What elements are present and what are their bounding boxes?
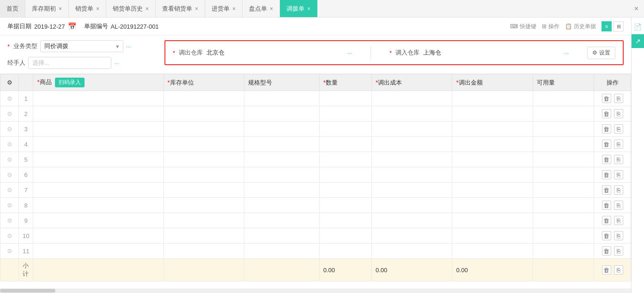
scan-button[interactable]: 扫码录入: [55, 78, 85, 87]
row-amount[interactable]: [452, 137, 533, 152]
tab-sales-order[interactable]: 销货单 ×: [69, 0, 106, 17]
row-cost[interactable]: [371, 91, 452, 106]
row-spec[interactable]: [244, 183, 320, 198]
delete-btn[interactable]: 🗑: [602, 94, 611, 103]
handler-ellipsis[interactable]: ···: [114, 60, 119, 67]
row-unit[interactable]: [164, 106, 244, 122]
tab-transfer[interactable]: 调拨单 ×: [280, 0, 317, 17]
summary-copy-btn[interactable]: ⎘: [614, 265, 623, 275]
tab-stocktake-close[interactable]: ×: [270, 6, 273, 12]
tab-view-sales-close[interactable]: ×: [195, 6, 198, 12]
row-spec[interactable]: [244, 244, 320, 259]
row-available[interactable]: [533, 106, 594, 122]
warehouse-out-ellipsis[interactable]: ···: [347, 49, 352, 56]
calendar-icon[interactable]: 📅: [68, 22, 77, 31]
row-cost[interactable]: [371, 213, 452, 228]
view-grid-icon[interactable]: ⊞: [614, 21, 624, 31]
tab-sales-history[interactable]: 销货单历史 ×: [106, 0, 156, 17]
row-unit[interactable]: [164, 122, 244, 137]
row-spec[interactable]: [244, 213, 320, 228]
delete-btn[interactable]: 🗑: [602, 185, 611, 195]
tab-stock-init-close[interactable]: ×: [59, 6, 62, 12]
tab-stock-init[interactable]: 库存期初 ×: [25, 0, 69, 17]
row-spec[interactable]: [244, 91, 320, 106]
row-quantity[interactable]: [319, 213, 371, 228]
copy-btn[interactable]: ⎘: [614, 155, 623, 164]
sidebar-export-btn[interactable]: ↗: [632, 34, 644, 48]
settings-button[interactable]: ⚙ 设置: [587, 47, 615, 59]
copy-btn[interactable]: ⎘: [614, 185, 623, 195]
row-product[interactable]: [33, 213, 164, 228]
row-unit[interactable]: [164, 228, 244, 244]
row-cost[interactable]: [371, 137, 452, 152]
copy-btn[interactable]: ⎘: [614, 201, 623, 210]
history-btn[interactable]: 📋 历史单据: [565, 23, 596, 31]
row-available[interactable]: [533, 244, 594, 259]
delete-btn[interactable]: 🗑: [602, 140, 611, 149]
row-available[interactable]: [533, 183, 594, 198]
summary-delete-btn[interactable]: 🗑: [602, 265, 611, 275]
tab-bar-close[interactable]: ×: [629, 0, 644, 17]
handler-select[interactable]: 选择...: [28, 57, 111, 69]
row-available[interactable]: [533, 137, 594, 152]
row-available[interactable]: [533, 167, 594, 183]
scrollbar[interactable]: [0, 288, 631, 293]
row-quantity[interactable]: [319, 106, 371, 122]
date-value[interactable]: 2019-12-27: [34, 23, 65, 30]
copy-btn[interactable]: ⎘: [614, 246, 623, 256]
row-cost[interactable]: [371, 198, 452, 213]
row-available[interactable]: [533, 152, 594, 167]
row-available[interactable]: [533, 122, 594, 137]
copy-btn[interactable]: ⎘: [614, 94, 623, 103]
row-product[interactable]: [33, 228, 164, 244]
row-unit[interactable]: [164, 167, 244, 183]
copy-btn[interactable]: ⎘: [614, 231, 623, 240]
ops-btn[interactable]: ⊞ 操作: [542, 23, 559, 31]
row-amount[interactable]: [452, 213, 533, 228]
row-quantity[interactable]: [319, 152, 371, 167]
tab-sales-history-close[interactable]: ×: [146, 6, 149, 12]
row-quantity[interactable]: [319, 183, 371, 198]
row-product[interactable]: [33, 183, 164, 198]
row-unit[interactable]: [164, 137, 244, 152]
row-quantity[interactable]: [319, 137, 371, 152]
delete-btn[interactable]: 🗑: [602, 155, 611, 164]
delete-btn[interactable]: 🗑: [602, 109, 611, 118]
delete-btn[interactable]: 🗑: [602, 124, 611, 134]
row-amount[interactable]: [452, 228, 533, 244]
shortcut-btn[interactable]: ⌨ 快捷键: [510, 23, 536, 31]
row-product[interactable]: [33, 152, 164, 167]
row-amount[interactable]: [452, 152, 533, 167]
row-available[interactable]: [533, 213, 594, 228]
delete-btn[interactable]: 🗑: [602, 201, 611, 210]
row-available[interactable]: [533, 198, 594, 213]
business-type-ellipsis[interactable]: ···: [126, 43, 131, 50]
row-unit[interactable]: [164, 213, 244, 228]
row-cost[interactable]: [371, 244, 452, 259]
tab-home[interactable]: 首页: [0, 0, 25, 17]
row-quantity[interactable]: [319, 122, 371, 137]
row-spec[interactable]: [244, 137, 320, 152]
gear-header[interactable]: ⚙: [0, 74, 19, 91]
tab-purchase-order[interactable]: 进货单 ×: [205, 0, 243, 17]
row-spec[interactable]: [244, 106, 320, 122]
copy-btn[interactable]: ⎘: [614, 109, 623, 118]
row-cost[interactable]: [371, 152, 452, 167]
row-cost[interactable]: [371, 167, 452, 183]
copy-btn[interactable]: ⎘: [614, 170, 623, 179]
row-cost[interactable]: [371, 122, 452, 137]
copy-btn[interactable]: ⎘: [614, 216, 623, 225]
row-spec[interactable]: [244, 228, 320, 244]
view-list-icon[interactable]: ≡: [601, 21, 612, 31]
business-type-select[interactable]: 同价调拨 ▾: [40, 40, 123, 52]
row-unit[interactable]: [164, 183, 244, 198]
row-spec[interactable]: [244, 152, 320, 167]
delete-btn[interactable]: 🗑: [602, 246, 611, 256]
row-amount[interactable]: [452, 244, 533, 259]
row-unit[interactable]: [164, 91, 244, 106]
row-cost[interactable]: [371, 183, 452, 198]
row-amount[interactable]: [452, 183, 533, 198]
copy-btn[interactable]: ⎘: [614, 124, 623, 134]
row-product[interactable]: [33, 167, 164, 183]
row-cost[interactable]: [371, 106, 452, 122]
